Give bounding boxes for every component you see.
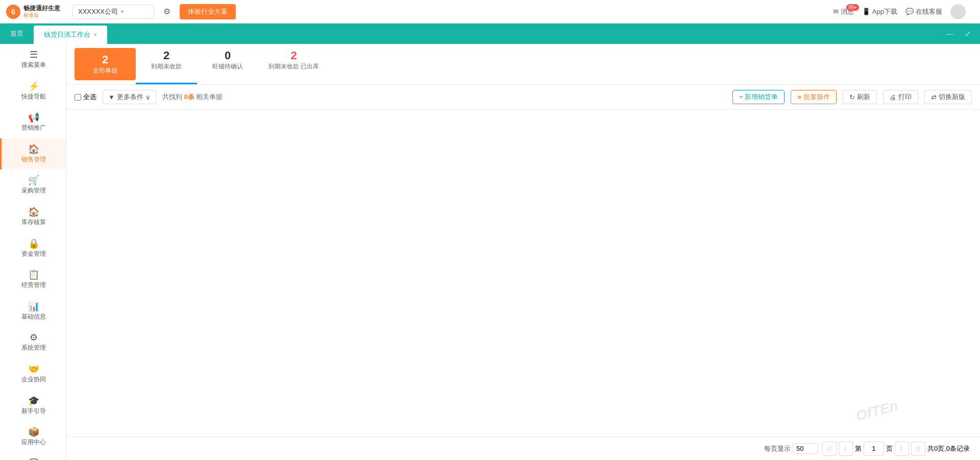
enterprise-icon: 🤝: [28, 365, 39, 374]
sidebar: ☰ 搜索菜单 ⚡ 快捷导航 📢 营销推广 🏠 销售管理 🛒 采购管理 🏠 库存核…: [0, 44, 66, 460]
online-service-label: 在线客服: [916, 7, 942, 16]
stats-label-all: 全部单据: [85, 66, 126, 75]
toolbar: 全选 ▼ 更多条件 ∨ 共找到 0条 相关单据 + 新增销货单 ≡ 批量操作: [66, 85, 980, 110]
batch-icon: ≡: [797, 93, 801, 101]
stats-tab-overdue-out[interactable]: 2 到期未收款 已出库: [258, 44, 329, 84]
header-right: ✉ 消息 99+ 📱 App下载 💬 在线客服: [833, 4, 974, 19]
stats-num-overdue-out: 2: [268, 49, 319, 62]
search-menu-icon: ☰: [30, 50, 38, 59]
stats-label-overdue: 到期未收款: [146, 62, 187, 71]
add-sales-button[interactable]: + 新增销货单: [732, 90, 785, 104]
select-all-input[interactable]: [75, 94, 81, 101]
toolbar-left: 全选 ▼ 更多条件 ∨ 共找到 0条 相关单据: [75, 90, 223, 104]
last-page-button[interactable]: ⟩⟩: [911, 442, 925, 456]
switch-icon: ⇄: [931, 93, 937, 101]
app-download-label: App下载: [872, 7, 897, 16]
filter-chevron-icon: ∨: [145, 93, 151, 101]
service-icon: 💬: [905, 8, 914, 15]
stats-num-pending: 0: [207, 49, 248, 62]
stats-tab-pending[interactable]: 0 旺铺待确认: [197, 44, 258, 84]
sidebar-item-label: 快捷导航: [21, 93, 46, 101]
stats-num-overdue: 2: [146, 49, 187, 62]
switch-label: 切换新版: [939, 92, 965, 102]
sidebar-item-search-menu[interactable]: ☰ 搜索菜单: [0, 44, 66, 76]
sidebar-item-purchase[interactable]: 🛒 采购管理: [0, 170, 66, 201]
sidebar-item-system[interactable]: ⚙ 系统管理: [0, 327, 66, 358]
print-button[interactable]: 🖨 打印: [883, 90, 918, 104]
sidebar-item-app-center[interactable]: 📦 应用中心: [0, 421, 66, 453]
message-button[interactable]: ✉ 消息 99+: [833, 7, 854, 16]
sidebar-item-inventory[interactable]: 🏠 库存核算: [0, 201, 66, 233]
quick-nav-icon: ⚡: [28, 82, 39, 91]
refresh-button[interactable]: ↻ 刷新: [843, 90, 877, 104]
logo-icon: 6: [6, 5, 20, 19]
sidebar-item-label: 企业协同: [21, 376, 46, 384]
company-selector[interactable]: XXXXXX公司 ▾: [72, 5, 154, 19]
sidebar-item-label: 营销推广: [21, 124, 46, 132]
page-size-dropdown[interactable]: 50 10 20 100: [793, 443, 818, 454]
first-page-button[interactable]: ⟨⟨: [822, 442, 837, 456]
sidebar-item-label: 系统管理: [21, 344, 46, 352]
maximize-button[interactable]: ⤢: [961, 27, 975, 41]
avatar[interactable]: [950, 4, 966, 19]
filter-icon: ▼: [108, 93, 115, 101]
next-page-button[interactable]: ⟩: [895, 442, 909, 456]
sidebar-item-label: 采购管理: [21, 187, 46, 195]
more-filter-button[interactable]: ▼ 更多条件 ∨: [103, 90, 156, 104]
minimize-button[interactable]: —: [942, 27, 957, 41]
sidebar-item-base-info[interactable]: 📊 基础信息: [0, 296, 66, 327]
nav-right-actions: — ⤢: [942, 27, 980, 41]
select-all-checkbox[interactable]: 全选: [75, 92, 96, 102]
switch-version-button[interactable]: ⇄ 切换新版: [924, 90, 972, 104]
sidebar-item-wechat[interactable]: 💬 企业微信: [0, 453, 66, 460]
sales-icon: 🏠: [28, 144, 39, 154]
page-size-label: 每页显示: [764, 444, 791, 453]
stats-tab-overdue[interactable]: 2 到期未收款: [136, 44, 197, 84]
tab-home[interactable]: 首页: [0, 23, 34, 44]
gear-icon: ⚙: [163, 7, 170, 16]
page-navigation: ⟨⟨ ⟨ 第 页 ⟩ ⟩⟩ 共0页,0条记录: [822, 442, 970, 456]
content-area: 2 全部单据 2 到期未收款 0 旺铺待确认 2 到期未收款 已出库 全选: [66, 44, 980, 460]
stats-tabs: 2 全部单据 2 到期未收款 0 旺铺待确认 2 到期未收款 已出库: [66, 44, 980, 85]
system-icon: ⚙: [30, 333, 38, 342]
sidebar-item-label: 销售管理: [21, 156, 46, 164]
top-header: 6 畅捷通好生意 标准版 XXXXXX公司 ▾ ⚙ 体验行业方案 ✉ 消息 99…: [0, 0, 980, 23]
sidebar-item-guide[interactable]: 🎓 新手引导: [0, 390, 66, 422]
sidebar-item-label: 基础信息: [21, 313, 46, 321]
sidebar-item-sales[interactable]: 🏠 销售管理: [0, 138, 66, 170]
sidebar-item-operations[interactable]: 📋 经营管理: [0, 264, 66, 296]
batch-operation-button[interactable]: ≡ 批量操作: [791, 90, 837, 104]
sidebar-item-label: 搜索菜单: [21, 61, 46, 69]
sidebar-item-label: 新手引导: [21, 407, 46, 416]
main-layout: ☰ 搜索菜单 ⚡ 快捷导航 📢 营销推广 🏠 销售管理 🛒 采购管理 🏠 库存核…: [0, 44, 980, 460]
settings-button[interactable]: ⚙: [159, 4, 175, 19]
app-download-button[interactable]: 📱 App下载: [862, 7, 897, 16]
operations-icon: 📋: [28, 270, 39, 279]
total-info: 共0页,0条记录: [927, 444, 970, 453]
tab-close-icon[interactable]: ×: [93, 31, 97, 38]
finance-icon: 🔒: [28, 239, 39, 248]
sidebar-item-enterprise[interactable]: 🤝 企业协同: [0, 358, 66, 390]
result-prefix: 共找到: [162, 93, 182, 101]
sidebar-item-finance[interactable]: 🔒 资金管理: [0, 233, 66, 264]
logo-text: 畅捷通好生意 标准版: [23, 5, 60, 18]
purchase-icon: 🛒: [28, 176, 39, 185]
result-count: 0条: [184, 93, 194, 101]
sidebar-item-label: 资金管理: [21, 250, 46, 258]
guide-icon: 🎓: [28, 396, 39, 405]
logo-title: 畅捷通好生意: [23, 5, 60, 12]
online-service-button[interactable]: 💬 在线客服: [905, 7, 942, 16]
print-label: 打印: [898, 92, 912, 102]
prev-page-button[interactable]: ⟨: [839, 442, 853, 456]
sidebar-item-marketing[interactable]: 📢 营销推广: [0, 107, 66, 138]
pagination: 每页显示 50 10 20 100 ⟨⟨ ⟨ 第 页 ⟩ ⟩⟩ 共0页,0条记录: [66, 437, 980, 460]
page-number-input[interactable]: [864, 442, 884, 456]
sidebar-item-quick-nav[interactable]: ⚡ 快捷导航: [0, 76, 66, 107]
sidebar-item-label: 应用中心: [21, 439, 46, 447]
select-all-label: 全选: [83, 92, 96, 102]
app-center-icon: 📦: [28, 427, 39, 437]
trial-button[interactable]: 体验行业方案: [180, 4, 236, 19]
sidebar-item-label: 经营管理: [21, 281, 46, 289]
stats-tab-all[interactable]: 2 全部单据: [75, 48, 136, 80]
tab-workbench[interactable]: 钱货日清工作台 ×: [34, 26, 107, 44]
